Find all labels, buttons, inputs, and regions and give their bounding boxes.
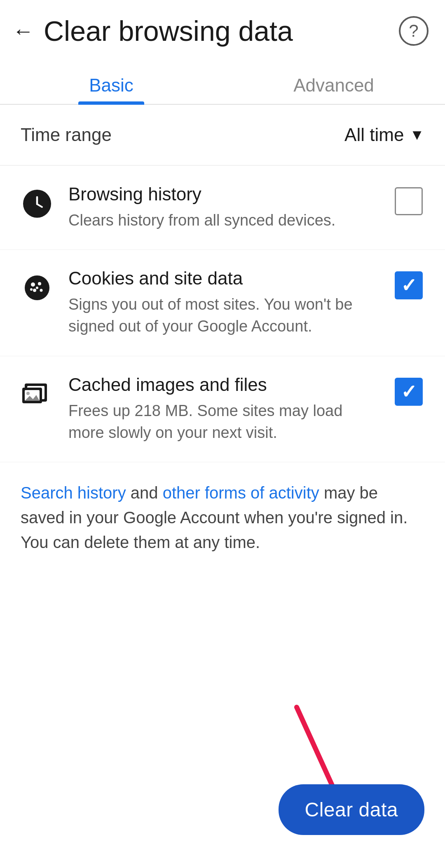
clock-icon <box>21 187 54 220</box>
tab-basic[interactable]: Basic <box>0 64 222 104</box>
image-icon <box>21 378 54 411</box>
svg-point-6 <box>38 282 41 285</box>
checkbox-checked <box>395 271 423 299</box>
cookies-site-data-content: Cookies and site data Signs you out of m… <box>68 268 380 337</box>
page-title: Clear browsing data <box>34 15 399 47</box>
option-browsing-history: Browsing history Clears history from all… <box>0 166 445 250</box>
dropdown-arrow-icon: ▼ <box>410 126 424 143</box>
time-range-value-text: All time <box>344 125 404 145</box>
option-cookies-site-data: Cookies and site data Signs you out of m… <box>0 250 445 356</box>
help-icon: ? <box>409 21 418 41</box>
cached-images-files-title: Cached images and files <box>68 374 380 395</box>
option-cached-images-files: Cached images and files Frees up 218 MB.… <box>0 356 445 462</box>
cookies-site-data-checkbox[interactable] <box>395 271 424 301</box>
browsing-history-title: Browsing history <box>68 184 380 205</box>
browsing-history-checkbox[interactable] <box>395 187 424 217</box>
svg-point-7 <box>33 289 36 292</box>
other-activity-link[interactable]: other forms of activity <box>163 484 319 502</box>
svg-point-5 <box>31 282 35 287</box>
browsing-history-content: Browsing history Clears history from all… <box>68 184 380 231</box>
footer-note: Search history and other forms of activi… <box>0 462 445 555</box>
time-range-row: Time range All time ▼ <box>0 105 445 165</box>
help-button[interactable]: ? <box>399 16 429 46</box>
checkbox-unchecked <box>395 187 423 215</box>
clear-data-button[interactable]: Clear data <box>279 784 424 835</box>
time-range-label: Time range <box>21 125 112 145</box>
clear-data-button-container: Clear data <box>279 784 424 835</box>
tabs-container: Basic Advanced <box>0 64 445 105</box>
time-range-selector[interactable]: All time ▼ <box>344 125 424 145</box>
svg-point-15 <box>26 392 30 395</box>
footer-and-text: and <box>126 484 163 502</box>
cached-images-files-content: Cached images and files Frees up 218 MB.… <box>68 374 380 444</box>
header: ← Clear browsing data ? <box>0 0 445 59</box>
back-button[interactable]: ← <box>12 20 34 42</box>
cookies-site-data-title: Cookies and site data <box>68 268 380 289</box>
cookies-site-data-desc: Signs you out of most sites. You won't b… <box>68 294 380 337</box>
svg-point-9 <box>36 287 38 289</box>
checkbox-checked-2 <box>395 378 423 406</box>
cached-images-files-checkbox[interactable] <box>395 378 424 407</box>
browsing-history-desc: Clears history from all synced devices. <box>68 209 380 231</box>
cached-images-files-desc: Frees up 218 MB. Some sites may load mor… <box>68 400 380 444</box>
svg-point-8 <box>40 289 43 292</box>
svg-point-10 <box>30 288 33 291</box>
tab-advanced[interactable]: Advanced <box>222 64 445 104</box>
cookie-icon <box>21 271 54 304</box>
search-history-link[interactable]: Search history <box>21 484 126 502</box>
